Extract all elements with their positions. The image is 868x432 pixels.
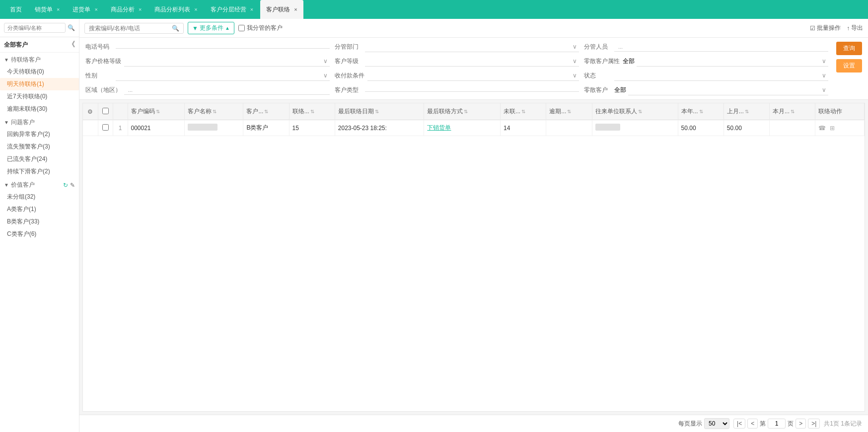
filter-retail-customer-select[interactable]: ∨ [628, 85, 828, 95]
col-checkbox [98, 103, 113, 120]
col-settings[interactable]: ⚙ [83, 103, 98, 120]
filter-btn-group: 查询 设置 [836, 42, 862, 95]
prev-page-btn[interactable]: < [747, 419, 758, 429]
row-name [185, 120, 243, 136]
nav-close-customer-contact[interactable]: × [294, 6, 297, 12]
last-date-sort-icon[interactable]: ⇅ [375, 109, 379, 114]
filter-dept-select[interactable]: ∨ [365, 42, 579, 52]
filter-value-grade: 客户价格等级 ∨ [85, 56, 330, 67]
sidebar-collapse-icon: 《 [68, 40, 75, 49]
nav-close-customer-tier[interactable]: × [250, 6, 253, 12]
row-name-blur [188, 124, 217, 131]
this-month-sort-icon[interactable]: ⇅ [791, 109, 795, 114]
select-all-checkbox[interactable] [102, 108, 109, 114]
sidebar-item-repurchase-abnormal[interactable]: 回购异常客户(2) [0, 128, 79, 141]
contact-sort-icon[interactable]: ⇅ [310, 109, 314, 114]
nav-sales-order[interactable]: 销货单 × [29, 0, 66, 19]
nav-product-analysis[interactable]: 商品分析 × [105, 0, 147, 19]
col-uncontacted: 未联...⇅ [501, 103, 546, 120]
type-sort-icon[interactable]: ⇅ [264, 109, 268, 114]
sidebar-waiting-group: ▼ 待联络客户 [0, 53, 79, 66]
settings-btn[interactable]: 设置 [836, 59, 862, 72]
next-page-btn[interactable]: > [796, 419, 806, 429]
row-checkbox[interactable] [102, 124, 109, 131]
filter-phone-input[interactable] [116, 45, 330, 49]
row-company-contact [592, 120, 678, 136]
filter-payment-select[interactable]: ∨ [367, 71, 579, 81]
col-last-month: 上月...⇅ [723, 103, 769, 120]
my-customers-checkbox[interactable] [238, 25, 245, 31]
nav-purchase-order[interactable]: 进货单 × [67, 0, 103, 19]
nav-close-product-analysis[interactable]: × [139, 6, 142, 12]
sidebar-item-overdue[interactable]: 逾期未联络(30) [0, 103, 79, 115]
last-method-sort-icon[interactable]: ⇅ [464, 109, 468, 114]
more-conditions-btn[interactable]: ▼ 更多条件 ▲ [188, 22, 234, 34]
sidebar-item-b-class[interactable]: B类客户(33) [0, 216, 79, 228]
page-number-input[interactable] [768, 419, 786, 429]
sidebar-item-tomorrow[interactable]: 明天待联络(1) [0, 78, 79, 90]
this-year-sort-icon[interactable]: ⇅ [699, 109, 703, 114]
sidebar-item-churn-warning[interactable]: 流失预警客户(3) [0, 141, 79, 153]
name-sort-icon[interactable]: ⇅ [213, 109, 217, 114]
batch-op-btn[interactable]: ☑ 批量操作 [810, 24, 841, 32]
value-group-refresh[interactable]: ↻ [63, 182, 68, 189]
nav-home[interactable]: 首页 [4, 0, 28, 19]
col-overdue: 逾期...⇅ [546, 103, 592, 120]
row-num: 1 [113, 120, 128, 136]
page-size-select[interactable]: 50 100 200 [704, 418, 729, 429]
row-checkbox-cell [98, 120, 113, 136]
row-this-month [769, 120, 815, 136]
row-last-date: 2023-05-23 18:25: [335, 120, 424, 136]
person-more-icon[interactable]: ... [618, 44, 623, 50]
query-btn[interactable]: 查询 [836, 42, 862, 55]
filter-gender-select[interactable]: ∨ [116, 71, 330, 81]
sidebar-item-ungrouped[interactable]: 未分组(32) [0, 191, 79, 203]
uncontacted-sort-icon[interactable]: ⇅ [521, 109, 525, 114]
overdue-sort-icon[interactable]: ⇅ [567, 109, 571, 114]
sidebar-item-churned[interactable]: 已流失客户(24) [0, 153, 79, 165]
filter-status-select[interactable]: ∨ [614, 71, 828, 81]
filter-retail-attr-select[interactable]: ∨ [637, 56, 828, 67]
search-icon[interactable]: 🔍 [172, 25, 179, 32]
sidebar-value-arrow: ▼ [4, 182, 9, 188]
action-phone-icon[interactable]: ☎ [818, 125, 826, 132]
sidebar-item-a-class[interactable]: A类客户(1) [0, 203, 79, 216]
nav-product-analysis-list[interactable]: 商品分析列表 × [148, 0, 203, 19]
status-chevron-icon: ∨ [822, 72, 826, 79]
region-more-icon[interactable]: ... [128, 87, 133, 93]
first-page-btn[interactable]: |< [733, 419, 745, 429]
action-grid-icon[interactable]: ⊞ [830, 125, 835, 132]
code-sort-icon[interactable]: ⇅ [156, 109, 160, 114]
nav-close-purchase-order[interactable]: × [94, 6, 97, 12]
sidebar-search-input[interactable] [4, 23, 66, 33]
nav-customer-tier[interactable]: 客户分层经营 × [205, 0, 259, 19]
filter-panel: 电话号码 分管部门 ∨ 分管人员 ... [79, 38, 868, 100]
col-last-method: 最后联络方式⇅ [424, 103, 501, 120]
sidebar-item-7days[interactable]: 近7天待联络(0) [0, 90, 79, 103]
sidebar-all-customers[interactable]: 全部客户 《 [0, 37, 79, 53]
nav-close-sales-order[interactable]: × [57, 6, 60, 12]
filter-grade-select[interactable]: ∨ [365, 56, 579, 67]
sidebar-item-c-class[interactable]: C类客户(6) [0, 228, 79, 240]
filter-person-select[interactable]: ... [614, 42, 828, 52]
nav-close-product-analysis-list[interactable]: × [194, 6, 197, 12]
value-group-edit[interactable]: ✎ [70, 182, 75, 189]
last-month-sort-icon[interactable]: ⇅ [745, 109, 749, 114]
search-input[interactable] [89, 25, 170, 32]
filter-region-select[interactable]: ... [124, 85, 330, 95]
last-page-btn[interactable]: >| [808, 419, 820, 429]
nav-customer-contact[interactable]: 客户联络 × [260, 0, 303, 19]
row-uncontacted: 14 [501, 120, 546, 136]
company-contact-sort-icon[interactable]: ⇅ [638, 109, 642, 114]
sidebar-item-today[interactable]: 今天待联络(0) [0, 66, 79, 78]
sidebar-search-icon[interactable]: 🔍 [68, 24, 75, 31]
filter-customer-type-select[interactable] [365, 88, 579, 92]
my-customers-checkbox-label[interactable]: 我分管的客户 [238, 24, 283, 32]
col-name: 客户名称⇅ [185, 103, 243, 120]
filter-value-grade-select[interactable]: ∨ [124, 56, 330, 67]
grade-chevron-icon: ∨ [573, 58, 577, 65]
row-last-method[interactable]: 下销货单 [424, 120, 501, 136]
customer-table: ⚙ 客户编码⇅ 客户名称⇅ 客户...⇅ 联络...⇅ 最后联络日期⇅ 最后联络… [83, 103, 865, 136]
sidebar-item-declining[interactable]: 持续下滑客户(2) [0, 165, 79, 178]
export-btn[interactable]: ↑ 导出 [847, 24, 863, 32]
